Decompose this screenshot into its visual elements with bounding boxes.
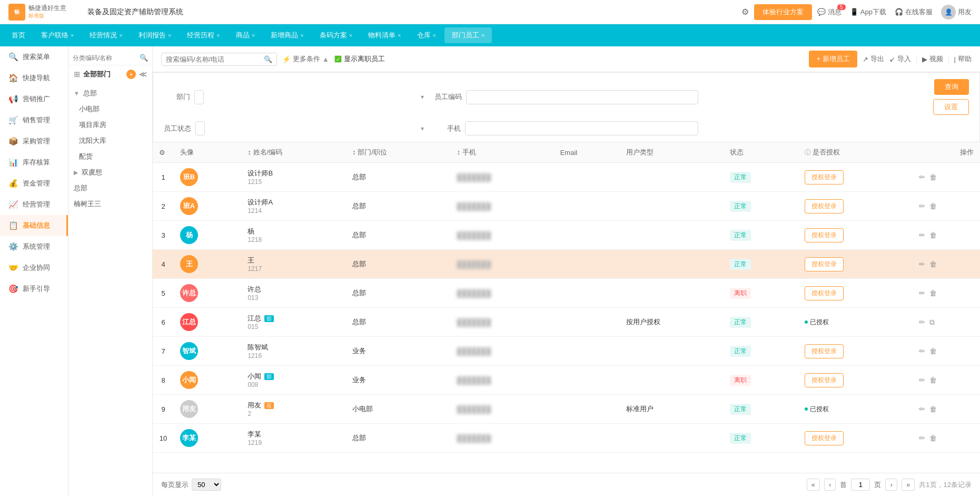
export-btn[interactable]: ↗ 导出 — [863, 54, 884, 64]
import-btn[interactable]: ↙ 导入 — [889, 54, 911, 64]
dept-node-1[interactable]: 小电部 — [68, 101, 152, 117]
delete-icon[interactable]: 🗑 — [929, 376, 937, 384]
collapse-icon[interactable]: ≪ — [139, 70, 147, 79]
delete-icon[interactable]: 🗑 — [929, 289, 937, 297]
all-dept-label[interactable]: 全部部门 — [83, 70, 111, 79]
page-size-select[interactable]: 50 20 100 — [192, 479, 221, 491]
nav-tab-物料清单[interactable]: 物料清单× — [361, 27, 408, 43]
video-btn[interactable]: ▶ 视频 — [922, 54, 943, 64]
edit-icon[interactable]: ✏ — [919, 231, 925, 239]
edit-icon[interactable]: ✏ — [919, 376, 925, 384]
status-select[interactable] — [195, 121, 205, 135]
online-service-btn[interactable]: 🎧 在线客服 — [895, 7, 933, 17]
sidebar-item-marketing[interactable]: 📢营销推广 — [0, 89, 68, 110]
tab-close-icon[interactable]: × — [433, 32, 436, 38]
delete-icon[interactable]: 🗑 — [929, 434, 937, 442]
delete-icon[interactable]: 🗑 — [929, 405, 937, 413]
sidebar-item-enterprise[interactable]: 🤝企业协同 — [0, 257, 68, 278]
tab-close-icon[interactable]: × — [252, 32, 255, 38]
auth-btn-5[interactable]: 授权登录 — [805, 286, 844, 300]
nav-tab-条码方案[interactable]: 条码方案× — [312, 27, 360, 43]
delete-icon[interactable]: 🗑 — [929, 231, 937, 239]
edit-icon[interactable]: ✏ — [919, 202, 925, 210]
dept-node-7[interactable]: 楠树王三 — [68, 196, 152, 212]
nav-tab-首页[interactable]: 首页 — [4, 27, 33, 43]
sidebar-item-basic-info[interactable]: 📋基础信息 — [0, 215, 68, 236]
tab-close-icon[interactable]: × — [168, 32, 171, 38]
dept-node-2[interactable]: 项目库房 — [68, 117, 152, 133]
phone-input[interactable] — [465, 121, 699, 135]
show-resigned-checkbox[interactable]: ✓ — [334, 55, 342, 63]
dept-add-icon[interactable]: + — [126, 70, 136, 79]
tab-close-icon[interactable]: × — [300, 32, 303, 38]
edit-icon[interactable]: ✏ — [919, 289, 925, 297]
emp-code-input[interactable] — [466, 90, 699, 104]
delete-icon[interactable]: 🗑 — [929, 260, 937, 268]
edit-icon[interactable]: ✏ — [919, 173, 925, 181]
delete-icon[interactable]: 🗑 — [929, 347, 937, 355]
tab-close-icon[interactable]: × — [119, 32, 122, 38]
auth-btn-10[interactable]: 授权登录 — [805, 431, 844, 445]
search-input[interactable] — [166, 55, 261, 63]
dept-node-6[interactable]: 总部 — [68, 180, 152, 196]
sidebar-item-inventory[interactable]: 📊库存核算 — [0, 152, 68, 173]
th-settings[interactable]: ⚙ — [153, 142, 174, 163]
auth-btn-8[interactable]: 授权登录 — [805, 373, 844, 387]
page-input[interactable] — [851, 479, 870, 491]
tab-close-icon[interactable]: × — [398, 32, 401, 38]
sidebar-item-search[interactable]: 🔍搜索菜单 — [0, 46, 68, 67]
edit-icon[interactable]: ✏ — [919, 318, 925, 327]
filter-btn[interactable]: ⚡ 更多条件 ▲ — [282, 54, 329, 64]
sidebar-item-finance[interactable]: 💰资金管理 — [0, 173, 68, 194]
nav-tab-商品[interactable]: 商品× — [229, 27, 262, 43]
auth-btn-4[interactable]: 授权登录 — [805, 257, 844, 271]
dept-node-0[interactable]: ▼ 总部 — [68, 85, 152, 101]
dept-node-4[interactable]: 配货 — [68, 149, 152, 164]
delete-icon[interactable]: 🗑 — [929, 202, 937, 210]
delete-icon[interactable]: 🗑 — [929, 173, 937, 181]
sidebar-item-guide[interactable]: 🎯新手引导 — [0, 278, 68, 299]
edit-icon[interactable]: ✏ — [919, 260, 925, 268]
add-employee-btn[interactable]: + 新增员工 — [809, 51, 857, 67]
experience-btn[interactable]: 体验行业方案 — [754, 4, 812, 20]
nav-tab-仓库[interactable]: 仓库× — [410, 27, 443, 43]
nav-tab-利润报告[interactable]: 利润报告× — [131, 27, 179, 43]
th-phone[interactable]: ↕ 手机 — [451, 142, 554, 163]
dept-node-5[interactable]: ▶ 双虞想 — [68, 164, 152, 180]
auth-btn-3[interactable]: 授权登录 — [805, 228, 844, 242]
user-menu[interactable]: 👤 用友 — [941, 5, 972, 20]
app-download-btn[interactable]: 📱 App下载 — [850, 7, 886, 17]
th-name-code[interactable]: ↕ 姓名/编码 — [241, 142, 346, 163]
tab-close-icon[interactable]: × — [349, 32, 352, 38]
nav-tab-新增商品[interactable]: 新增商品× — [263, 27, 311, 43]
help-btn[interactable]: | 帮助 — [954, 54, 972, 64]
sidebar-item-sales[interactable]: 🛒销售管理 — [0, 110, 68, 131]
edit-icon[interactable]: ✏ — [919, 347, 925, 355]
message-btn[interactable]: 💬 消息 5 — [817, 7, 842, 17]
th-dept[interactable]: ↕ 部门/职位 — [346, 142, 451, 163]
tab-close-icon[interactable]: × — [481, 32, 484, 38]
dept-select[interactable] — [194, 90, 204, 104]
auth-btn-7[interactable]: 授权登录 — [805, 344, 844, 358]
show-resigned-checkbox-label[interactable]: ✓ 显示离职员工 — [334, 54, 385, 64]
edit-icon[interactable]: ✏ — [919, 434, 925, 442]
tab-close-icon[interactable]: × — [71, 32, 74, 38]
sidebar-item-quick-nav[interactable]: 🏠快捷导航 — [0, 67, 68, 89]
sidebar-item-system[interactable]: ⚙️系统管理 — [0, 236, 68, 257]
sidebar-item-operation[interactable]: 📈经营管理 — [0, 194, 68, 215]
prev-page-btn[interactable]: ‹ — [824, 479, 836, 491]
sidebar-item-purchase[interactable]: 📦采购管理 — [0, 131, 68, 152]
first-page-btn[interactable]: « — [807, 479, 820, 491]
nav-tab-部门员工[interactable]: 部门员工× — [444, 27, 492, 43]
gear-icon[interactable]: ⚙ — [741, 7, 749, 17]
dept-node-3[interactable]: 沈阳大库 — [68, 133, 152, 149]
dept-search-input[interactable] — [73, 54, 140, 62]
auth-btn-1[interactable]: 授权登录 — [805, 170, 844, 184]
copy-icon[interactable]: ⧉ — [929, 318, 935, 327]
edit-icon[interactable]: ✏ — [919, 405, 925, 413]
nav-tab-客户联络[interactable]: 客户联络× — [34, 27, 81, 43]
next-page-btn[interactable]: › — [885, 479, 897, 491]
tab-close-icon[interactable]: × — [216, 32, 220, 38]
query-btn[interactable]: 查询 — [934, 79, 969, 95]
nav-tab-经营历程[interactable]: 经营历程× — [180, 27, 227, 43]
